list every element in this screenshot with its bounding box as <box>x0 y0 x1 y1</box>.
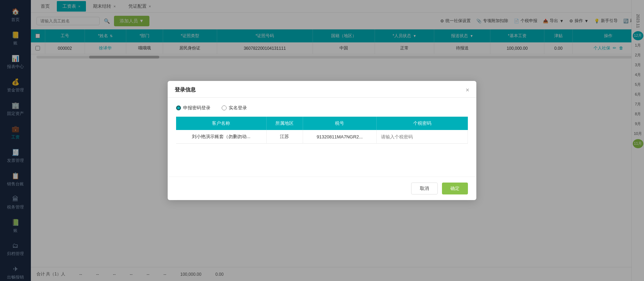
confirm-button[interactable]: 确定 <box>442 183 468 194</box>
inner-col-client-name: 客户名称 <box>176 117 266 130</box>
modal-overlay: 登录信息 × 申报密码登录 实名登录 客户名称 <box>0 0 644 281</box>
modal-body: 申报密码登录 实名登录 客户名称 所属地区 <box>168 98 476 177</box>
inner-row-region: 江苏 <box>266 130 303 144</box>
radio-password-login[interactable]: 申报密码登录 <box>176 105 210 111</box>
radio-realname-login[interactable]: 实名登录 <box>222 105 247 111</box>
inner-row-client-name: 刘小艳演示账套（勿删勿动... <box>176 130 266 144</box>
inner-col-region: 所属地区 <box>266 117 303 130</box>
modal-header: 登录信息 × <box>168 81 476 98</box>
cancel-button[interactable]: 取消 <box>411 183 438 194</box>
inner-col-tax-id: 税号 <box>303 117 377 130</box>
modal-footer: 取消 确定 <box>168 177 476 200</box>
login-client-table: 客户名称 所属地区 税号 个税密码 <box>176 117 468 144</box>
tax-password-input[interactable] <box>381 134 463 139</box>
radio-password-input[interactable] <box>176 105 181 110</box>
login-info-modal: 登录信息 × 申报密码登录 实名登录 客户名称 <box>168 81 476 200</box>
login-type-radio-group: 申报密码登录 实名登录 <box>176 105 468 111</box>
modal-title: 登录信息 <box>175 87 196 93</box>
inner-col-password: 个税密码 <box>377 117 468 130</box>
radio-realname-input[interactable] <box>222 105 227 110</box>
inner-row-password-cell[interactable] <box>377 130 468 144</box>
inner-row-tax-id: 91320811MA7NGR2... <box>303 130 377 144</box>
modal-close-button[interactable]: × <box>465 87 469 93</box>
inner-table-row: 刘小艳演示账套（勿删勿动... 江苏 91320811MA7NGR2... <box>176 130 468 144</box>
